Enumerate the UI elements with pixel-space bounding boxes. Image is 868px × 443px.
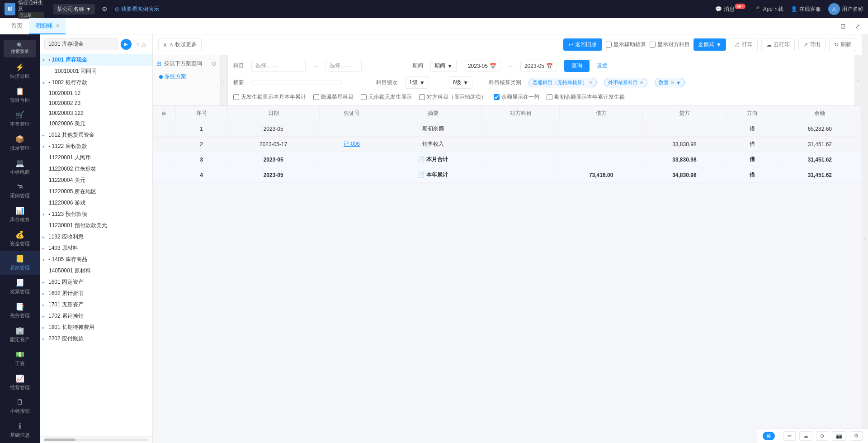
expand-more-button[interactable]: ∧ ∧ 收起更多 <box>158 38 202 51</box>
tree-selector[interactable]: 1001 库存现金 <box>44 38 118 50</box>
sidebar-item-capital[interactable]: 💰 资金管理 <box>0 227 40 251</box>
show-aux-checkbox-label[interactable]: 显示辅助核算 <box>606 41 646 48</box>
tab-maximize-button[interactable]: ⤢ <box>852 20 863 32</box>
tree-sort-icon[interactable]: △ <box>142 41 146 48</box>
tag-close-2[interactable]: ✕ <box>670 80 674 85</box>
settings-button[interactable]: ⚙ <box>99 3 111 15</box>
tab-detail[interactable]: 明细账 ✕ <box>29 18 66 34</box>
refresh-button[interactable]: ↻ 刷新 <box>829 38 856 51</box>
tab-close-icon[interactable]: ✕ <box>56 23 59 28</box>
tree-node-1601[interactable]: ▸ 1601 固定资产 <box>40 276 152 288</box>
show-contra-checkbox[interactable] <box>650 42 656 48</box>
sidebar-item-ecommerce[interactable]: 💻 小畅电商 <box>0 155 40 179</box>
tree-node-14050001[interactable]: 14050001 原材料 <box>40 265 152 276</box>
demo-link[interactable]: ◎ 我要看实例演示 <box>115 5 159 13</box>
sidebar-item-invoice[interactable]: 🧾 发票管理 <box>0 275 40 299</box>
tree-node-2202[interactable]: ▸ 2202 应付账款 <box>40 333 152 344</box>
right-collapse-button[interactable]: › <box>862 34 868 443</box>
sidebar-item-purchase[interactable]: 🛍 采购管理 <box>0 179 40 203</box>
query-button[interactable]: 查询 <box>564 60 590 72</box>
checkbox-no-balance2-input[interactable] <box>361 94 367 100</box>
level-start-selector[interactable]: 1级 ▼ <box>405 76 429 89</box>
subject-end-input[interactable]: 选择... ··· <box>326 60 362 72</box>
message-button[interactable]: 💬 消息 99+ <box>715 5 747 13</box>
tree-node-1403[interactable]: ▸ 1403 原材料 <box>40 243 152 254</box>
tree-node-1002[interactable]: ▾ ▪ 1002 银行存款 <box>40 77 152 88</box>
retro-button[interactable]: ↩ 返回旧版 <box>563 38 602 51</box>
checkbox-balance-col-input[interactable] <box>494 94 500 100</box>
filter-right-collapse[interactable]: › <box>854 55 862 105</box>
tree-node-11220001[interactable]: 11220001 人民币 <box>40 152 152 163</box>
sidebar-item-ledger[interactable]: 📒 总账管理 <box>0 251 40 275</box>
app-download-button[interactable]: 📱 App下载 <box>755 5 783 13</box>
tag-dropdown-2[interactable]: ▼ <box>676 80 681 86</box>
level-end-selector[interactable]: 6级 ▼ <box>449 76 473 89</box>
scheme-collapse-button[interactable]: ‹ <box>221 55 228 105</box>
tree-node-11220005[interactable]: 11220005 所在地区 <box>40 186 152 197</box>
checkbox-contra-show-input[interactable] <box>419 94 425 100</box>
tree-node-1701[interactable]: ▸ 1701 无形资产 <box>40 299 152 310</box>
bottom-edit-button[interactable]: ✏ <box>783 431 796 441</box>
sidebar-item-project[interactable]: 📋 项目合同 <box>0 83 40 107</box>
tree-list-icon[interactable]: ≡ <box>136 41 140 48</box>
tree-node-11220002[interactable]: 11220002 往来标签 <box>40 163 152 175</box>
tree-node-10020006[interactable]: 10020006 美元 <box>40 118 152 129</box>
tree-node-11220006[interactable]: 11220006 游戏 <box>40 197 152 209</box>
user-area[interactable]: 人 用户名称 <box>828 3 863 15</box>
summary-input[interactable] <box>251 81 342 85</box>
bottom-add-button[interactable]: ⊕ <box>816 431 828 441</box>
sidebar-item-search[interactable]: 🔍 搜索菜单 <box>4 40 36 57</box>
lang-switch-button[interactable]: 英 <box>763 432 775 440</box>
cloud-print-button[interactable]: ☁ 云打印 <box>761 38 795 51</box>
sidebar-item-salary[interactable]: 💵 工资 <box>0 347 40 371</box>
period-start-picker[interactable]: 2023-05 📅 <box>464 61 500 71</box>
tree-node-1001[interactable]: ▾ ▪ 1001 库存现金 <box>40 54 152 66</box>
tree-node-10020001[interactable]: 10020001 12 <box>40 88 152 98</box>
export-button[interactable]: ↗ 导出 <box>798 38 826 51</box>
show-contra-checkbox-label[interactable]: 显示对方科目 <box>650 41 690 48</box>
tree-node-1801[interactable]: ▸ 1801 长期待摊费用 <box>40 322 152 333</box>
tag-close-1[interactable]: ✕ <box>640 80 643 85</box>
sidebar-item-wholesale[interactable]: 📦 批发管理 <box>0 131 40 155</box>
print-button[interactable]: 🖨 打印 <box>730 38 758 51</box>
tree-node-10020003[interactable]: 10020003 122 <box>40 108 152 118</box>
tree-node-1123[interactable]: ▾ ▪ 1123 预付款项 <box>40 209 152 220</box>
checkbox-opening-balance[interactable]: 期初余额显示本年累计发生额 <box>547 93 625 101</box>
checkbox-hide-disabled-input[interactable] <box>313 94 319 100</box>
tree-node-10010001[interactable]: 10010001 同同同 <box>40 66 152 77</box>
online-service-button[interactable]: 👤 在线客服 <box>791 5 821 13</box>
tree-node-10020002[interactable]: 10020002 23 <box>40 98 152 108</box>
tree-nav-button[interactable]: ▶ <box>121 39 132 50</box>
tab-home[interactable]: 首页 <box>5 18 29 34</box>
settings-link[interactable]: 设置 <box>597 62 608 70</box>
bottom-camera-button[interactable]: 📷 <box>832 431 846 441</box>
tree-node-1012[interactable]: ▸ 1012 其他货币资金 <box>40 129 152 141</box>
tree-node-11230001[interactable]: 11230001 预付款款美元 <box>40 220 152 231</box>
tab-restore-button[interactable]: ⊡ <box>837 20 849 32</box>
sidebar-item-report[interactable]: 🗒 小畅报销 <box>0 395 40 418</box>
tree-node-1122[interactable]: ▾ ▪ 1122 应收款款 <box>40 141 152 152</box>
period-end-picker[interactable]: 2023-05 📅 <box>520 61 557 71</box>
checkbox-balance-col[interactable]: 余额显示在一列 <box>494 93 539 101</box>
sidebar-item-retail[interactable]: 🛒 零售管理 <box>0 107 40 131</box>
tree-node-1702[interactable]: ▸ 1702 累计摊销 <box>40 310 152 322</box>
checkbox-contra-show[interactable]: 对方科目（显示辅助项） <box>419 93 486 101</box>
bottom-cloud-button[interactable]: ☁ <box>799 431 812 441</box>
checkbox-no-balance[interactable]: 无发生额显示本月本年累计 <box>233 93 306 101</box>
scheme-item-system[interactable]: 系统方案 <box>156 71 217 82</box>
show-aux-checkbox[interactable] <box>606 42 612 48</box>
col-settings[interactable]: ⚙ <box>153 106 175 121</box>
tag-close-0[interactable]: ✕ <box>589 80 593 85</box>
subject-input[interactable]: 选择... ··· <box>251 60 306 72</box>
sidebar-item-basic[interactable]: ℹ 基础信息 <box>0 418 40 442</box>
tree-node-1132[interactable]: ▸ 1132 应收利息 <box>40 231 152 243</box>
sidebar-item-inventory[interactable]: 📊 库存核算 <box>0 203 40 227</box>
tree-node-1602[interactable]: ▸ 1602 累计折旧 <box>40 288 152 299</box>
sidebar-item-business[interactable]: 📈 经营管理 <box>0 371 40 395</box>
voucher-link[interactable]: 记-006 <box>344 141 360 147</box>
checkbox-no-balance-input[interactable] <box>233 94 239 100</box>
company-selector[interactable]: 某公司名称 ▼ <box>53 4 95 14</box>
tree-scrollbar-thumb[interactable] <box>44 438 75 441</box>
tree-node-1405[interactable]: ▾ ▪ 1405 库存商品 <box>40 254 152 265</box>
checkbox-hide-disabled[interactable]: 隐藏禁用科目 <box>313 93 354 101</box>
